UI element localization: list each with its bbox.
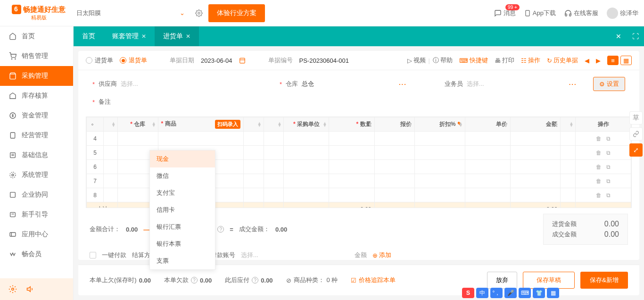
org-settings-icon[interactable] — [195, 9, 203, 17]
ime-zh-icon[interactable]: 中 — [476, 288, 488, 298]
copy-icon[interactable]: ⧉ — [606, 135, 611, 142]
footer-gear-icon[interactable] — [8, 285, 17, 293]
col-product[interactable]: 商品扫码录入 — [158, 117, 243, 132]
dropdown-item[interactable]: 信用卡 — [150, 201, 215, 218]
one-click-checkbox[interactable] — [90, 252, 96, 258]
col-gear[interactable] — [87, 117, 104, 132]
sidebar-item-inventory[interactable]: 库存核算 — [0, 86, 73, 106]
expand-rail-icon[interactable]: ⤢ — [629, 143, 643, 157]
dropdown-item[interactable]: 银行本票 — [150, 235, 215, 252]
history-link[interactable]: ↻ 历史单据 — [547, 56, 578, 65]
sidebar-item-home[interactable]: 首页 — [0, 26, 73, 46]
copy-icon[interactable]: ⧉ — [606, 164, 611, 170]
copy-icon[interactable]: ⧉ — [606, 150, 611, 156]
close-tab-button[interactable]: ✕ — [610, 26, 627, 46]
col-discount[interactable]: 折扣% ✎▲▼ — [414, 117, 465, 132]
help-icon[interactable]: ? — [252, 277, 258, 283]
salesman-field[interactable]: 业务员 选择... — [445, 80, 484, 88]
ime-skin-icon[interactable]: 👕 — [533, 288, 545, 298]
delete-icon[interactable]: 🗑 — [596, 135, 602, 142]
view-card-button[interactable]: ▦ — [620, 56, 632, 65]
col-unitprice[interactable]: 单价▲▼ — [465, 117, 510, 132]
dropdown-item[interactable]: 银行汇票 — [150, 218, 215, 235]
copy-icon[interactable]: ⧉ — [606, 178, 611, 184]
org-selector[interactable]: 日太阳膜 ⌄ — [72, 9, 190, 17]
draft-rail-icon[interactable]: 草 — [629, 111, 643, 125]
radio-purchase[interactable]: 进货单 — [86, 56, 113, 65]
prev-icon[interactable]: ◀ — [585, 57, 589, 64]
ime-mic-icon[interactable]: 🎤 — [504, 288, 517, 298]
help-icon[interactable]: ? — [191, 277, 198, 283]
help-link[interactable]: ⓘ 帮助 — [433, 56, 453, 65]
dropdown-item[interactable]: 支付宝 — [150, 184, 215, 201]
tab-accounts[interactable]: 账套管理✕ — [104, 26, 155, 46]
close-icon[interactable]: ✕ — [186, 33, 190, 40]
salesman-more-icon[interactable]: ··· — [569, 81, 577, 88]
supplier-field[interactable]: *供应商 选择... — [92, 80, 138, 88]
delete-icon[interactable]: 🗑 — [596, 164, 602, 170]
sidebar-item-basic[interactable]: 基础信息 — [0, 145, 73, 165]
footer-sound-icon[interactable] — [26, 285, 35, 293]
ime-punct-icon[interactable]: °， — [490, 288, 503, 298]
svg-rect-20 — [239, 58, 245, 63]
print-link[interactable]: 🖶 打印 — [495, 56, 514, 65]
sidebar-item-system[interactable]: 系统管理 — [0, 165, 73, 185]
trial-button[interactable]: 体验行业方案 — [208, 4, 265, 22]
close-icon[interactable]: ✕ — [141, 33, 146, 40]
copy-icon[interactable]: ⧉ — [606, 192, 611, 199]
col-unit[interactable]: 采购单位▲▼ — [284, 117, 329, 132]
table-row[interactable]: 4🗑⧉ — [87, 132, 631, 146]
sidebar-item-purchase[interactable]: 采购管理 — [0, 66, 73, 86]
add-payment-link[interactable]: ⊕添加 — [372, 251, 391, 259]
tab-home[interactable]: 首页 — [74, 26, 104, 46]
col-warehouse[interactable]: 仓库▲▼ — [118, 117, 158, 132]
settings-button[interactable]: ⚙设置 — [593, 77, 625, 91]
dropdown-item[interactable]: 支票 — [150, 252, 215, 269]
ops-link[interactable]: ☷ 操作 — [521, 56, 540, 65]
warehouse-field[interactable]: *仓库 总仓 — [280, 80, 314, 88]
link-rail-icon[interactable] — [629, 127, 643, 141]
ime-grid-icon[interactable]: ▦ — [547, 288, 559, 298]
coin-icon — [8, 111, 17, 120]
sidebar-item-collab[interactable]: 企业协同 — [0, 185, 73, 205]
save-draft-button[interactable]: 保存草稿 — [523, 272, 575, 289]
messages-link[interactable]: 消息 99 + — [494, 9, 516, 17]
sidebar-item-guide[interactable]: 新手引导 — [0, 205, 73, 225]
ime-s-icon[interactable]: S — [462, 288, 474, 298]
support-link[interactable]: 在线客服 — [564, 9, 598, 17]
sidebar-item-vip[interactable]: 畅会员 — [0, 244, 73, 264]
help-icon[interactable]: ? — [217, 226, 224, 233]
delete-icon[interactable]: 🗑 — [596, 192, 602, 199]
user-menu[interactable]: 徐泽华 — [607, 8, 638, 19]
sidebar-item-apps[interactable]: 应用中心 — [0, 225, 73, 244]
price-track-toggle[interactable]: ☑价格追踪本单 — [351, 276, 396, 284]
col-amount[interactable]: 金额▲▼ — [510, 117, 561, 132]
col-qty[interactable]: 数量▲▼ — [329, 117, 374, 132]
app-download-link[interactable]: App下载 — [524, 9, 556, 17]
tab-purchase-order[interactable]: 进货单✕ — [155, 26, 199, 46]
radio-return[interactable]: 退货单 — [120, 56, 147, 65]
date-value[interactable]: 2023-06-04 — [201, 57, 232, 64]
svg-rect-1 — [526, 10, 529, 16]
dropdown-item[interactable]: 微信 — [150, 167, 215, 184]
remark-field[interactable]: *备注 — [92, 98, 111, 106]
sidebar-item-sales[interactable]: 销售管理 — [0, 46, 73, 66]
video-link[interactable]: ▷ 视频 — [407, 56, 426, 65]
account-select[interactable]: 选择... — [241, 251, 258, 259]
warehouse-more-icon[interactable]: ··· — [399, 81, 407, 88]
sidebar-item-finance[interactable]: 资金管理 — [0, 106, 73, 125]
calendar-icon[interactable] — [239, 57, 246, 64]
col-price[interactable]: 报价▲▼ — [374, 117, 414, 132]
scan-button[interactable]: 扫码录入 — [215, 120, 240, 129]
discard-button[interactable]: 放弃 — [487, 272, 517, 289]
view-list-button[interactable]: ≡ — [607, 56, 619, 65]
delete-icon[interactable]: 🗑 — [596, 150, 602, 156]
dropdown-item[interactable]: 现金 — [150, 150, 215, 167]
fullscreen-button[interactable]: ⛶ — [627, 26, 644, 46]
ime-kbd-icon[interactable]: ⌨ — [519, 288, 531, 298]
next-icon[interactable]: ▶ — [596, 57, 601, 64]
save-new-button[interactable]: 保存&新增 — [580, 272, 628, 289]
delete-icon[interactable]: 🗑 — [596, 178, 602, 184]
sidebar-item-business[interactable]: 经营管理 — [0, 125, 73, 145]
shortcut-link[interactable]: ⌨ 快捷键 — [459, 56, 488, 65]
